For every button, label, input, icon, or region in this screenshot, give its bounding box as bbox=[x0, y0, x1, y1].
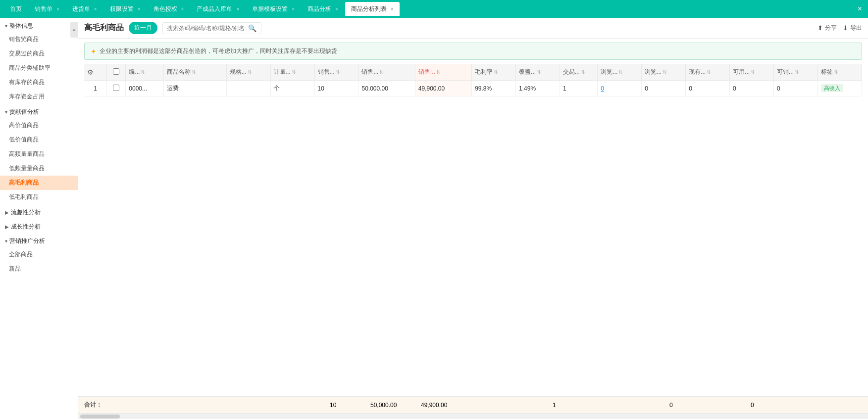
cell-browse1[interactable]: 0 bbox=[598, 81, 642, 96]
sidebar-item-low-freq[interactable]: 低频量量商品 bbox=[0, 161, 78, 176]
sort-transactions-icon: ⇅ bbox=[581, 69, 585, 75]
sort-tag-icon: ⇅ bbox=[834, 69, 838, 75]
table-header-row: 编... ⇅ 商品名称 ⇅ 规格... bbox=[84, 64, 862, 81]
scrollbar-thumb[interactable] bbox=[80, 415, 120, 419]
filter-recent-month[interactable]: 近一月 bbox=[129, 22, 157, 34]
content-area: 高毛利商品 近一月 🔍 ⬆ 分享 ⬇ 导出 ✦ 企业的主要的利润都是这部分商品创… bbox=[78, 18, 868, 419]
section-arrow-marketing: ▾ bbox=[5, 238, 7, 244]
section-arrow-wealth: ▾ bbox=[5, 109, 7, 115]
search-input[interactable] bbox=[167, 25, 246, 32]
th-sales-qty[interactable]: 销售... ⇅ bbox=[314, 64, 358, 81]
sidebar-item-high-freq[interactable]: 高频量量商品 bbox=[0, 147, 78, 161]
th-coverage[interactable]: 覆盖... ⇅ bbox=[516, 64, 560, 81]
th-tag[interactable]: 标签 ⇅ bbox=[817, 64, 862, 81]
sidebar-item-high-value[interactable]: 高价值商品 bbox=[0, 118, 78, 133]
cell-name: 运费 bbox=[163, 81, 226, 96]
close-template-tab[interactable]: × bbox=[292, 6, 295, 12]
sort-sellable-icon: ⇅ bbox=[795, 69, 799, 75]
close-permissions-tab[interactable]: × bbox=[138, 6, 141, 12]
sidebar-section-flow[interactable]: ▶ 流趣性分析 bbox=[0, 204, 78, 219]
cell-coverage: 1.49% bbox=[516, 81, 560, 96]
close-all-tabs[interactable]: × bbox=[856, 2, 864, 15]
close-sales-tab[interactable]: × bbox=[56, 6, 59, 12]
sidebar-item-low-margin[interactable]: 低毛利商品 bbox=[0, 190, 78, 204]
th-settings[interactable] bbox=[84, 64, 107, 81]
settings-icon[interactable] bbox=[87, 69, 94, 76]
sidebar-item-stocked-goods[interactable]: 有库存的商品 bbox=[0, 75, 78, 90]
cell-tag: 高收入 bbox=[817, 81, 862, 96]
sidebar-item-traded-goods[interactable]: 交易过的商品 bbox=[0, 47, 78, 61]
cell-sales-qty: 10 bbox=[314, 81, 358, 96]
sort-browse1-icon: ⇅ bbox=[618, 69, 622, 75]
sidebar-section-growth[interactable]: ▶ 成长性分析 bbox=[0, 219, 78, 233]
tab-analysis-list[interactable]: 商品分析列表 × bbox=[345, 2, 400, 16]
data-table: 编... ⇅ 商品名称 ⇅ 规格... bbox=[84, 64, 862, 96]
th-sellable[interactable]: 可销... ⇅ bbox=[774, 64, 818, 81]
th-name[interactable]: 商品名称 ⇅ bbox=[163, 64, 226, 81]
cell-unit: 个 bbox=[270, 81, 314, 96]
sort-browse2-icon: ⇅ bbox=[663, 69, 666, 75]
cell-sellable: 0 bbox=[774, 81, 818, 96]
cell-transactions: 1 bbox=[560, 81, 598, 96]
tab-analysis[interactable]: 商品分析 × bbox=[302, 2, 344, 16]
sidebar-item-new-goods[interactable]: 新品 bbox=[0, 262, 78, 276]
sidebar-item-inventory-capital[interactable]: 库存资金占用 bbox=[0, 90, 78, 104]
cell-usable: 0 bbox=[730, 81, 774, 96]
sort-sales-amt-icon: ⇅ bbox=[379, 69, 383, 75]
th-browse1[interactable]: 浏览... ⇅ bbox=[598, 64, 642, 81]
table-footer: 合计： 10 50,000.00 49,900.00 1 0 0 bbox=[78, 396, 868, 413]
close-analysis-list-tab[interactable]: × bbox=[391, 6, 394, 12]
sort-sales-qty-icon: ⇅ bbox=[336, 69, 340, 75]
th-margin-rate[interactable]: 毛利率 ⇅ bbox=[472, 64, 516, 81]
row-checkbox[interactable] bbox=[113, 85, 119, 91]
export-button[interactable]: ⬇ 导出 bbox=[843, 24, 862, 32]
footer-sales-profit: 49,900.00 bbox=[421, 402, 465, 409]
section-arrow-overview: ▾ bbox=[5, 23, 7, 29]
th-spec[interactable]: 规格... ⇅ bbox=[226, 64, 270, 81]
horizontal-scrollbar[interactable] bbox=[78, 413, 868, 419]
content-header: 高毛利商品 近一月 🔍 ⬆ 分享 ⬇ 导出 bbox=[78, 18, 868, 39]
th-available[interactable]: 现有... ⇅ bbox=[686, 64, 730, 81]
tab-template[interactable]: 单据模板设置 × bbox=[246, 2, 301, 16]
tab-sales[interactable]: 销售单 × bbox=[29, 2, 65, 16]
close-purchase-tab[interactable]: × bbox=[94, 6, 97, 12]
th-sales-profit[interactable]: 销售... ⇅ bbox=[415, 64, 471, 81]
th-checkbox[interactable] bbox=[107, 64, 126, 81]
th-code[interactable]: 编... ⇅ bbox=[126, 64, 163, 81]
footer-sellable: 0 bbox=[751, 402, 785, 409]
sidebar-item-low-value[interactable]: 低价值商品 bbox=[0, 133, 78, 147]
th-browse2[interactable]: 浏览... ⇅ bbox=[642, 64, 686, 81]
sort-name-icon: ⇅ bbox=[192, 69, 196, 75]
sort-code-icon: ⇅ bbox=[141, 69, 145, 75]
th-usable[interactable]: 可用... ⇅ bbox=[730, 64, 774, 81]
tab-permissions[interactable]: 权限设置 × bbox=[104, 2, 147, 16]
top-navigation: 首页 销售单 × 进货单 × 权限设置 × 角色授权 × 产成品入库单 × 单据… bbox=[0, 0, 868, 18]
table-container: 编... ⇅ 商品名称 ⇅ 规格... bbox=[78, 64, 868, 396]
tab-purchase[interactable]: 进货单 × bbox=[66, 2, 103, 16]
search-icon[interactable]: 🔍 bbox=[248, 24, 256, 32]
tab-home[interactable]: 首页 bbox=[4, 2, 28, 16]
tab-products[interactable]: 产成品入库单 × bbox=[191, 2, 245, 16]
close-products-tab[interactable]: × bbox=[236, 6, 239, 12]
sidebar-item-all-goods[interactable]: 全部商品 bbox=[0, 247, 78, 262]
th-sales-amt[interactable]: 销售... ⇅ bbox=[358, 64, 415, 81]
footer-sales-amt: 50,000.00 bbox=[370, 402, 415, 409]
sidebar-item-high-margin[interactable]: 高毛利商品 bbox=[0, 176, 78, 190]
sidebar: « ▾ 整体信息 销售览商品 交易过的商品 商品分类辅助率 有库存的商品 库存资… bbox=[0, 18, 78, 419]
tab-roles[interactable]: 角色授权 × bbox=[148, 2, 190, 16]
share-button[interactable]: ⬆ 分享 bbox=[817, 24, 837, 32]
close-analysis-tab[interactable]: × bbox=[335, 6, 338, 12]
export-icon: ⬇ bbox=[843, 24, 848, 32]
sidebar-section-overview[interactable]: ▾ 整体信息 bbox=[0, 18, 78, 32]
sidebar-section-marketing[interactable]: ▾ 营销推广分析 bbox=[0, 233, 78, 247]
tag-badge: 高收入 bbox=[821, 84, 843, 92]
sidebar-section-wealth[interactable]: ▾ 贡献值分析 bbox=[0, 104, 78, 118]
sidebar-collapse-button[interactable]: « bbox=[70, 22, 78, 38]
sidebar-item-analysis-assist[interactable]: 商品分类辅助率 bbox=[0, 61, 78, 75]
th-transactions[interactable]: 交易... ⇅ bbox=[560, 64, 598, 81]
close-roles-tab[interactable]: × bbox=[181, 6, 184, 12]
select-all-checkbox[interactable] bbox=[113, 68, 119, 75]
th-unit[interactable]: 计量... ⇅ bbox=[270, 64, 314, 81]
sidebar-item-sales-goods[interactable]: 销售览商品 bbox=[0, 32, 78, 47]
section-arrow-flow: ▶ bbox=[5, 210, 9, 215]
